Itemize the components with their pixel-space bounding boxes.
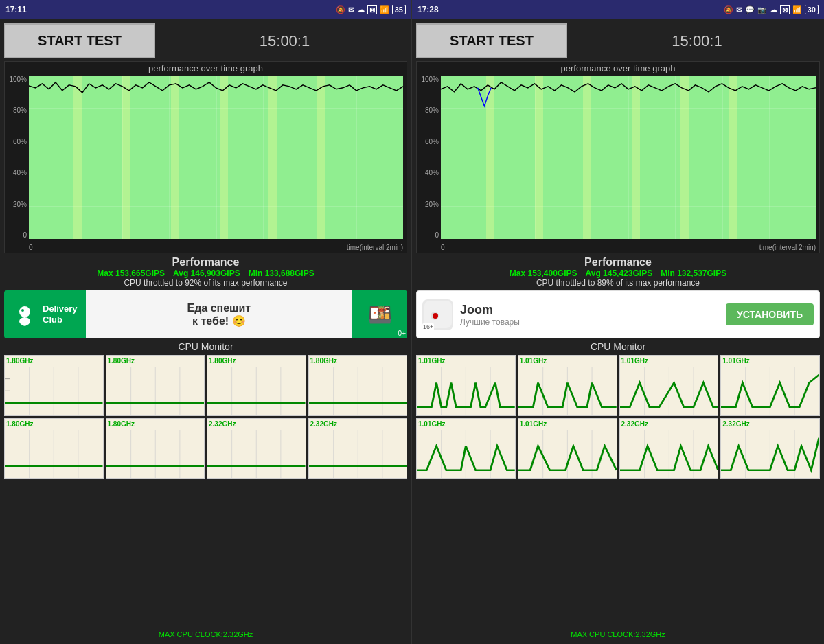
- svg-point-2: [21, 309, 24, 312]
- performance-section-right: Performance Max 153,400GIPS Avg 145,423G…: [416, 256, 820, 288]
- status-icons-left: 🔕 ✉ ☁ ⊠ 📶 35: [336, 5, 406, 14]
- cpu-freq-r3: 1.01GHz: [722, 357, 749, 365]
- cpu-cell-6: 2.32GHz: [207, 418, 306, 479]
- cpu-freq-r2: 1.01GHz: [621, 357, 648, 365]
- cpu-freq-r4: 1.01GHz: [418, 420, 445, 428]
- start-test-button-right[interactable]: START TEST: [416, 23, 567, 58]
- cpu-monitor-right: CPU Monitor 1.01GHz: [416, 341, 820, 626]
- perf-max-right: Max 153,400GIPS: [510, 268, 577, 278]
- x-label-left: time(interval 2min): [347, 244, 403, 251]
- joom-install-button[interactable]: УСТАНОВИТЬ: [726, 303, 814, 325]
- cpu-monitor-title-left: CPU Monitor: [4, 341, 407, 352]
- perf-avg-left: Avg 146,903GIPS: [173, 268, 240, 278]
- x-zero-left: 0: [29, 244, 33, 251]
- ad-mid-left: Еда спешитк тебе! 😊: [86, 290, 352, 338]
- x-label-right: time(interval 2min): [759, 244, 816, 251]
- ad-logo-left: Delivery Club: [4, 297, 86, 332]
- cpu-freq-r0: 1.01GHz: [418, 357, 445, 365]
- perf-avg-right: Avg 145,423GIPS: [586, 268, 653, 278]
- main-content-left: START TEST 15:00:1 performance over time…: [0, 19, 411, 644]
- joom-logo-icon: 16+: [422, 299, 453, 330]
- y-labels-right: 100% 80% 60% 40% 20% 0: [417, 76, 441, 239]
- cpu-freq-r6: 2.32GHz: [621, 420, 648, 428]
- cpu-cell-0: 1.80GHz: [4, 355, 104, 416]
- joom-rating: 16+: [422, 323, 434, 330]
- top-row-right: START TEST 15:00:1: [416, 23, 820, 58]
- cpu-cell-r0: 1.01GHz: [416, 355, 516, 416]
- perf-title-right: Performance: [416, 256, 820, 268]
- cpu-freq-5: 1.80GHz: [108, 420, 135, 428]
- status-icons-right: 🔕 ✉ 💬 📷 ☁ ⊠ 📶 30: [724, 5, 819, 14]
- cpu-cell-r7: 2.32GHz: [720, 418, 820, 479]
- delivery-club-icon: [12, 302, 37, 327]
- graph-area-right: [441, 76, 816, 239]
- timer-left: 15:00:1: [162, 32, 407, 50]
- main-content-right: START TEST 15:00:1 performance over time…: [412, 19, 824, 644]
- cpu-freq-r1: 1.01GHz: [520, 357, 547, 365]
- cpu-cell-r2: 1.01GHz: [619, 355, 719, 416]
- cpu-freq-2: 1.80GHz: [209, 357, 236, 365]
- max-cpu-left: MAX CPU CLOCK:2.32GHz: [4, 629, 407, 640]
- cpu-cell-2: 1.80GHz: [207, 355, 306, 416]
- max-cpu-right: MAX CPU CLOCK:2.32GHz: [416, 629, 820, 640]
- cpu-cell-3: 1.80GHz: [308, 355, 408, 416]
- performance-graph-left: performance over time graph 100% 80% 60%…: [4, 61, 407, 253]
- ad-banner-left[interactable]: Delivery Club Еда спешитк тебе! 😊 🍱 0+: [4, 290, 407, 338]
- joom-sub: Лучшие товары: [460, 317, 719, 327]
- graph-title-right: performance over time graph: [417, 63, 819, 73]
- ad-logo-text-left: Delivery Club: [43, 303, 78, 325]
- perf-throttle-left: CPU throttled to 92% of its max performa…: [4, 278, 407, 288]
- perf-stats-left: Max 153,665GIPS Avg 146,903GIPS Min 133,…: [4, 268, 407, 278]
- cpu-cell-r4: 1.01GHz: [416, 418, 516, 479]
- cpu-freq-0: 1.80GHz: [6, 357, 33, 365]
- cpu-freq-3: 1.80GHz: [310, 357, 337, 365]
- right-panel: 17:28 🔕 ✉ 💬 📷 ☁ ⊠ 📶 30 START TEST 15:00:…: [412, 0, 824, 644]
- start-test-button-left[interactable]: START TEST: [4, 23, 155, 58]
- cpu-monitor-left: CPU Monitor 1.80GHz: [4, 341, 407, 626]
- cpu-freq-4: 1.80GHz: [6, 420, 33, 428]
- time-right: 17:28: [417, 5, 439, 14]
- perf-max-left: Max 153,665GIPS: [97, 268, 165, 278]
- left-panel: 17:11 🔕 ✉ ☁ ⊠ 📶 35 START TEST 15:00:1 pe…: [0, 0, 412, 644]
- graph-title-left: performance over time graph: [5, 63, 407, 73]
- status-bar-right: 17:28 🔕 ✉ 💬 📷 ☁ ⊠ 📶 30: [412, 0, 824, 19]
- perf-throttle-right: CPU throttled to 89% of its max performa…: [416, 278, 820, 288]
- cpu-freq-r7: 2.32GHz: [722, 420, 749, 428]
- cpu-cell-5: 1.80GHz: [106, 418, 205, 479]
- svg-point-43: [433, 313, 438, 319]
- perf-line-svg-left: [29, 76, 403, 239]
- perf-stats-right: Max 153,400GIPS Avg 145,423GIPS Min 132,…: [416, 268, 820, 278]
- cpu-cell-r5: 1.01GHz: [518, 418, 617, 479]
- cpu-cell-4: 1.80GHz: [4, 418, 104, 479]
- cpu-grid-left: 1.80GHz: [4, 355, 407, 479]
- cpu-freq-r5: 1.01GHz: [520, 420, 547, 428]
- status-bar-left: 17:11 🔕 ✉ ☁ ⊠ 📶 35: [0, 0, 411, 19]
- top-row-left: START TEST 15:00:1: [4, 23, 407, 58]
- ad-banner-right[interactable]: 16+ Joom Лучшие товары УСТАНОВИТЬ: [416, 290, 820, 338]
- svg-point-1: [19, 306, 30, 317]
- time-left: 17:11: [5, 5, 27, 14]
- cpu-cell-r1: 1.01GHz: [518, 355, 617, 416]
- cpu-grid-right: 1.01GHz 1.01GHz: [416, 355, 820, 479]
- perf-min-left: Min 133,688GIPS: [249, 268, 314, 278]
- cpu-freq-6: 2.32GHz: [209, 420, 236, 428]
- perf-title-left: Performance: [4, 256, 407, 268]
- y-labels-left: 100% 80% 60% 40% 20% 0: [5, 76, 29, 239]
- performance-graph-right: performance over time graph 100% 80% 60%…: [416, 61, 820, 253]
- cpu-monitor-title-right: CPU Monitor: [416, 341, 820, 352]
- graph-area-left: [29, 76, 403, 239]
- cpu-freq-7: 2.32GHz: [310, 420, 337, 428]
- performance-section-left: Performance Max 153,665GIPS Avg 146,903G…: [4, 256, 407, 288]
- perf-line-svg-right: [441, 76, 816, 239]
- cpu-freq-1: 1.80GHz: [108, 357, 135, 365]
- x-zero-right: 0: [441, 244, 445, 251]
- cpu-cell-r6: 2.32GHz: [619, 418, 719, 479]
- cpu-cell-1: 1.80GHz: [106, 355, 205, 416]
- timer-right: 15:00:1: [574, 32, 820, 50]
- joom-name: Joom: [460, 303, 719, 317]
- joom-info: Joom Лучшие товары: [460, 303, 719, 327]
- cpu-cell-r3: 1.01GHz: [720, 355, 820, 416]
- perf-min-right: Min 132,537GIPS: [661, 268, 726, 278]
- cpu-cell-7: 2.32GHz: [308, 418, 408, 479]
- ad-right-left: 🍱 0+: [352, 290, 407, 338]
